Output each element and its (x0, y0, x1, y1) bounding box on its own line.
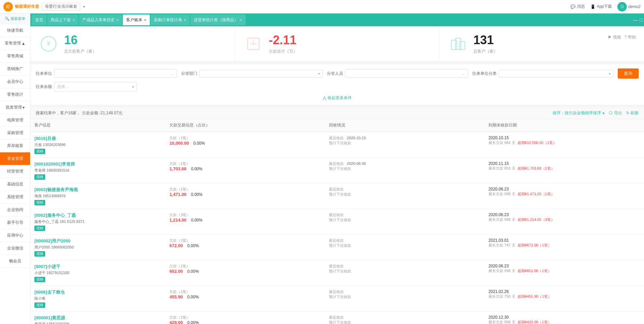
overdue-link-1[interactable]: 超期¥1,703.68（1笔） (517, 166, 555, 170)
sidebar-item-retail-stats[interactable]: 零售统计 (0, 88, 30, 101)
tab-customer-account[interactable]: 客户账本 ✕ (123, 14, 150, 25)
customer-name-5[interactable]: [0007]小进千 (34, 264, 60, 269)
results-summary: 搜索结果中，客户16家 (36, 111, 77, 115)
app-download-btn[interactable]: 📱 App下载 (590, 4, 612, 9)
maximize-btn[interactable]: □ (640, 17, 643, 23)
tab-purchase-stats-close[interactable]: ✕ (184, 18, 186, 22)
overdue-link-0[interactable]: 超期¥10,000.00（1笔） (517, 141, 557, 145)
overdue-days-0: 最长欠款 884 天 超期¥10,000.00（1笔） (488, 140, 640, 145)
search-menu-btn[interactable]: 🔍 搜索菜单 (0, 13, 30, 24)
col-header-recovery: 回收情况 (325, 119, 484, 132)
ecommerce-label: 电商管理 (7, 118, 23, 122)
sidebar-item-retail-mgmt[interactable]: 零售管理 ▲ (0, 37, 30, 50)
customer-name-6[interactable]: [0006]去下粮仓 (34, 290, 65, 295)
user-profile[interactable]: D demo2 (617, 2, 641, 11)
company-dropdown-icon[interactable]: ▾ (83, 4, 85, 9)
sidebar-item-member[interactable]: 会员中心 (0, 76, 30, 88)
sidebar-item-purchase[interactable]: 采购管理 (0, 127, 30, 140)
last-payment-label-1: 最近收款 (329, 161, 346, 166)
customer-name-0[interactable]: [0016]吕俊 (34, 136, 56, 141)
card1-value: 16 (64, 33, 96, 47)
tab-purchase-stats[interactable]: 采购订单统计表 ✕ (150, 14, 190, 25)
customer-name-2[interactable]: [0003]畅捷服务尹海燕 (34, 187, 78, 192)
customer-name-4[interactable]: [000002]用户2050 (34, 238, 71, 243)
recovery-info-2: 最近收款 (329, 187, 480, 192)
new-guide-label: 新手引导 (7, 220, 23, 225)
tab-import-stats[interactable]: 进货单统计表（按商品） ✕ (190, 14, 246, 25)
video-btn[interactable]: ▶ 视频 (608, 34, 621, 40)
overdue-days-4: 最长欠款 747 天 超期¥672.00（1笔） (488, 243, 640, 248)
export-btn[interactable]: ◎ 导出 (609, 110, 622, 116)
user-name: demo2 (628, 4, 641, 9)
customer-name-1[interactable]: [0001020001]李老师 (34, 161, 75, 167)
sidebar-item-enterprise-wechat[interactable]: 企业微信 (0, 242, 30, 255)
sidebar-item-ecommerce[interactable]: 电商管理 (0, 114, 30, 127)
sidebar-item-inventory[interactable]: 库存核算 (0, 140, 30, 152)
sidebar-item-vip[interactable]: 畅会员 (0, 255, 30, 268)
balance-select[interactable]: 选择... ▾ (54, 82, 137, 92)
customer-phone-6: 陈小希 (34, 296, 161, 301)
last-payment-label-2: 最近收款 (329, 187, 346, 191)
collapse-row: ⋀ 收起更多条件 (36, 95, 639, 101)
minimize-btn[interactable]: — (633, 17, 638, 23)
sidebar-item-finance[interactable]: 资金管理 (0, 152, 30, 165)
search-button[interactable]: 查询 (618, 68, 639, 79)
overdue-link-6[interactable]: 超期¥455.90（1笔） (517, 294, 552, 298)
message-btn[interactable]: 💬 消息 (570, 4, 585, 9)
sidebar-item-app-center[interactable]: 应用中心 (0, 229, 30, 242)
customer-name-7[interactable]: [000001]黄思源 (34, 315, 65, 320)
retail-shop-label: 零售商城 (7, 54, 23, 58)
debt-cell-0: 欠款（1笔） 10,000.00 0.00% (165, 132, 325, 158)
debt-amount-7: 429.00 (169, 320, 183, 324)
tab-production-history[interactable]: 产成品入库单历史 ✕ (79, 14, 122, 25)
card2-label: 欠款合计（万） (269, 49, 297, 54)
tab-home[interactable]: 首页 (32, 14, 47, 25)
summary-card-1: ¥ 16 总欠款客户（家） (30, 26, 235, 61)
sidebar-item-quick-nav[interactable]: 快捷导航 (0, 24, 30, 37)
next-payment-info-7: 预计下次收款 (329, 320, 480, 324)
sort-arrow[interactable]: ▾ (603, 111, 605, 116)
collapse-btn[interactable]: ⋀ 收起更多条件 (323, 95, 352, 101)
search-menu-label: 搜索菜单 (10, 17, 25, 21)
dept-select[interactable]: ▾ (199, 70, 323, 78)
tab-product-listing-close[interactable]: ✕ (72, 18, 75, 22)
search-icon: 🔍 (5, 17, 9, 21)
next-payment-info-3: 预计下次收款 (329, 217, 480, 223)
customer-phone-0: 吕俊 13026203696 (34, 142, 161, 147)
overdue-link-2[interactable]: 超期¥1,471.00（1笔） (517, 192, 555, 196)
main-wrapper: 🔍 搜索菜单 快捷导航 零售管理 ▲ 零售商城 营销推广 会员中心 零售统计 批… (0, 13, 644, 324)
logo-icon: 好 (3, 2, 13, 11)
sidebar-item-marketing[interactable]: 营销推广 (0, 63, 30, 76)
overdue-link-7[interactable]: 超期¥429.00（1笔） (517, 320, 552, 324)
sidebar-item-enterprise-collab[interactable]: 企业协同 (0, 204, 30, 216)
overdue-link-3[interactable]: 超期¥1,214.00（3笔） (517, 217, 555, 222)
tab-import-stats-close[interactable]: ✕ (240, 18, 242, 22)
sidebar-item-system[interactable]: 系统管理 (0, 191, 30, 204)
last-payment-date-0: 2020-10-15 (347, 136, 366, 140)
col-header-customer: 客户信息 (30, 119, 165, 132)
customer-name-3[interactable]: [0002]服务中心_丁磊 (34, 213, 76, 218)
sidebar-item-new-guide[interactable]: 新手引导 (0, 216, 30, 229)
help-btn[interactable]: ? 帮助 (624, 34, 636, 40)
tab-production-history-label: 产成品入库单历史 (82, 17, 115, 23)
overdue-link-5[interactable]: 超期¥652.00（1笔） (517, 269, 552, 273)
from-unit-input[interactable]: ... (54, 69, 177, 78)
table-row: [000001]黄思源 黄思源 13552700226 现销 欠款（1笔） 42… (30, 312, 644, 324)
sidebar-item-batch-mgmt[interactable]: 批发管理 ▾ (0, 101, 30, 114)
sidebar-item-retail-shop[interactable]: 零售商城 (0, 50, 30, 63)
tab-purchase-stats-label: 采购订单统计表 (154, 17, 182, 23)
unit-class-select[interactable]: ▾ (499, 70, 614, 78)
next-payment-label-4: 预计下次收款 (329, 243, 351, 247)
tab-customer-account-close[interactable]: ✕ (144, 18, 146, 22)
company-name[interactable]: 母婴行业演示账套 (42, 3, 80, 10)
overdue-link-4[interactable]: 超期¥672.00（1笔） (517, 243, 552, 247)
refresh-btn[interactable]: ↻ 刷新 (626, 110, 639, 116)
tab-product-listing[interactable]: 商品上下架 ✕ (47, 14, 78, 25)
logo-text: 畅捷通好生意 (15, 4, 39, 9)
sidebar-item-basic[interactable]: 基础信息 (0, 178, 30, 191)
manager-input[interactable]: ... (345, 69, 468, 78)
vip-label: 畅会员 (9, 259, 21, 263)
recovery-info-5: 最近收款 (329, 264, 480, 269)
sidebar-item-operations[interactable]: 经营管理 (0, 165, 30, 178)
tab-production-history-close[interactable]: ✕ (116, 18, 119, 22)
